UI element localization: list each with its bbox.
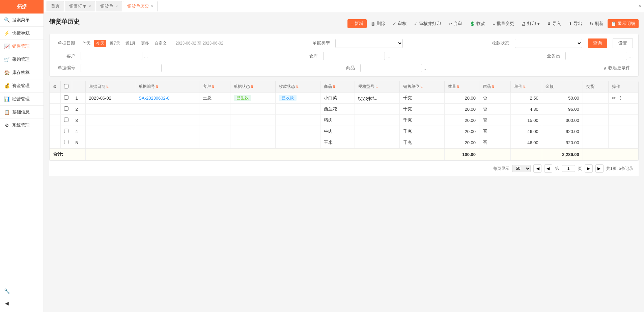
- td-actions-4[interactable]: [608, 137, 638, 149]
- shortcut-custom[interactable]: 自定义: [152, 40, 169, 47]
- audit-print-button[interactable]: ✓ 审核并打印: [411, 19, 444, 28]
- import-button[interactable]: ⬇ 导入: [544, 19, 564, 28]
- row-checkbox-0[interactable]: [64, 95, 68, 100]
- next-page-btn[interactable]: ▶: [585, 164, 593, 173]
- td-checkbox-3[interactable]: [60, 126, 72, 137]
- td-actions-3[interactable]: [608, 126, 638, 137]
- shortcut-today[interactable]: 今天: [94, 40, 106, 47]
- row-checkbox-4[interactable]: [64, 140, 68, 144]
- td-delivery-1: [583, 104, 608, 115]
- collapse-filter-btn[interactable]: ∧ 收起更条件: [601, 63, 633, 72]
- th-price[interactable]: 单价⇅: [510, 81, 542, 93]
- th-spec[interactable]: 规格型号⇅: [355, 81, 399, 93]
- select-all-checkbox[interactable]: [64, 84, 68, 88]
- td-actions-1[interactable]: [608, 104, 638, 115]
- edit-action-0[interactable]: ✏: [612, 95, 616, 101]
- td-doc-no-0[interactable]: SA-20230602-0: [135, 93, 199, 104]
- delete-button[interactable]: 🗑 删除: [367, 19, 389, 28]
- td-spec-2: [355, 115, 399, 126]
- sidebar-item-purchase-mgmt[interactable]: 🛒 采购管理: [0, 53, 44, 66]
- abandon-button[interactable]: ↩ 弃审: [445, 19, 466, 28]
- th-doc-date[interactable]: 单据日期⇅: [85, 81, 135, 93]
- row-checkbox-2[interactable]: [64, 118, 68, 122]
- th-pay-status[interactable]: 收款状态⇅: [275, 81, 320, 93]
- collect-button[interactable]: 💲 收款: [466, 19, 488, 28]
- td-checkbox-4[interactable]: [60, 137, 72, 149]
- show-detail-button[interactable]: 📋 显示明细: [608, 19, 639, 28]
- shortcut-yesterday[interactable]: 昨天: [81, 40, 93, 47]
- sidebar-settings-btn[interactable]: 🔧: [0, 285, 44, 297]
- salesperson-picker-btn[interactable]: …: [628, 53, 633, 58]
- td-doc-no-3[interactable]: [135, 126, 199, 137]
- row-checkbox-1[interactable]: [64, 106, 68, 111]
- tab-sales-order-close[interactable]: ×: [89, 4, 91, 8]
- goods-input[interactable]: [360, 64, 422, 72]
- sidebar-item-inventory[interactable]: 🏠 库存核算: [0, 66, 44, 79]
- customer-input[interactable]: [81, 52, 142, 60]
- td-amount-1: 96.00: [542, 104, 583, 115]
- first-page-btn[interactable]: |◀: [533, 164, 541, 173]
- td-customer-2: [199, 115, 230, 126]
- more-action-0[interactable]: ⋮: [618, 95, 623, 101]
- sidebar-item-sys-mgmt[interactable]: ⚙ 系统管理: [0, 119, 44, 132]
- sidebar-item-finance[interactable]: 💰 资金管理: [0, 79, 44, 93]
- th-customer[interactable]: 客户⇅: [199, 81, 230, 93]
- new-button[interactable]: + 新增: [347, 19, 367, 28]
- audit-button[interactable]: ✓ 审核: [389, 19, 410, 28]
- td-doc-no-1[interactable]: [135, 104, 199, 115]
- th-goods[interactable]: 商品⇅: [320, 81, 355, 93]
- tab-sales-order[interactable]: 销售订单 ×: [65, 1, 95, 11]
- tab-sales-delivery-close[interactable]: ×: [115, 4, 117, 8]
- td-checkbox-0[interactable]: [60, 93, 72, 104]
- per-page-select[interactable]: 50 100 200: [512, 165, 531, 172]
- tab-home[interactable]: 首页: [47, 1, 64, 11]
- salesperson-input[interactable]: [565, 52, 627, 60]
- sidebar-item-basic-info[interactable]: 📋 基础信息: [0, 106, 44, 119]
- shortcut-1month[interactable]: 近1月: [123, 40, 138, 47]
- td-checkbox-2[interactable]: [60, 115, 72, 126]
- th-qty[interactable]: 数量⇅: [445, 81, 479, 93]
- tab-sales-delivery[interactable]: 销货单 ×: [96, 1, 122, 11]
- prev-page-btn[interactable]: ◀: [544, 164, 552, 173]
- row-checkbox-3[interactable]: [64, 129, 68, 133]
- tab-sales-history[interactable]: 销货单历史 ×: [123, 1, 158, 11]
- warehouse-input[interactable]: [323, 52, 385, 60]
- goods-picker-btn[interactable]: …: [423, 66, 428, 71]
- sidebar-collapse-btn[interactable]: ◀: [0, 297, 44, 309]
- batch-change-button[interactable]: ≡ 批量变更: [489, 19, 517, 28]
- td-doc-no-2[interactable]: [135, 115, 199, 126]
- sidebar-item-quick-nav[interactable]: ⚡ 快捷导航: [0, 27, 44, 40]
- td-checkbox-1[interactable]: [60, 104, 72, 115]
- warehouse-picker-btn[interactable]: …: [386, 53, 391, 58]
- shortcut-more[interactable]: 更多: [139, 40, 151, 47]
- print-button[interactable]: 🖨 打印 ▾: [518, 19, 543, 28]
- doc-type-select[interactable]: [335, 39, 403, 48]
- doc-no-input[interactable]: [81, 64, 162, 72]
- td-actions-0[interactable]: ✏⋮: [608, 93, 638, 104]
- customer-picker-btn[interactable]: …: [144, 53, 148, 58]
- sidebar-item-search-menu[interactable]: 🔍 搜索菜单: [0, 14, 44, 27]
- last-page-btn[interactable]: ▶|: [595, 164, 604, 173]
- sidebar-item-sales-mgmt[interactable]: 📈 销售管理: [0, 40, 44, 53]
- th-gear[interactable]: ⚙: [50, 81, 60, 93]
- th-doc-no[interactable]: 单据编号⇅: [135, 81, 199, 93]
- payment-status-select[interactable]: [515, 39, 582, 48]
- sidebar-item-ops-mgmt[interactable]: 📊 经营管理: [0, 93, 44, 106]
- th-unit[interactable]: 销售单位⇅: [400, 81, 445, 93]
- refresh-button[interactable]: ↻ 刷新: [586, 19, 607, 28]
- th-doc-status[interactable]: 单据状态⇅: [230, 81, 275, 93]
- th-checkbox[interactable]: [60, 81, 72, 93]
- export-button[interactable]: ⬆ 导出: [565, 19, 586, 28]
- tab-sales-history-close[interactable]: ×: [151, 4, 153, 8]
- th-amount[interactable]: 金额: [542, 81, 583, 93]
- window-close-btn[interactable]: ×: [638, 3, 641, 9]
- td-doc-no-4[interactable]: [135, 137, 199, 149]
- shortcut-7days[interactable]: 近7天: [108, 40, 122, 47]
- th-gift[interactable]: 赠品⇅: [479, 81, 511, 93]
- page-input[interactable]: [562, 165, 575, 172]
- query-button[interactable]: 查询: [588, 38, 607, 48]
- doc-no-link-0[interactable]: SA-20230602-0: [139, 96, 169, 101]
- filter-settings-button[interactable]: 设置: [613, 38, 633, 48]
- td-actions-2[interactable]: [608, 115, 638, 126]
- td-row-no-2: 3: [72, 115, 85, 126]
